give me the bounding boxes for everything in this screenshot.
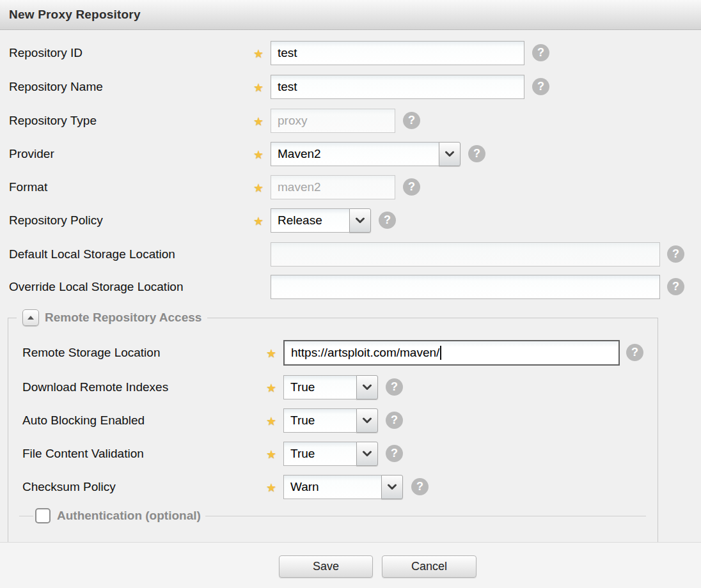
help-icon[interactable]: ? bbox=[386, 412, 403, 429]
required-star-icon: ★ bbox=[252, 175, 265, 199]
chevron-down-icon[interactable] bbox=[356, 408, 378, 433]
repository-type-input bbox=[271, 109, 395, 133]
collapse-icon bbox=[27, 315, 35, 320]
provider-select-value: Maven2 bbox=[271, 142, 439, 166]
collapse-remote-access-button[interactable] bbox=[22, 309, 39, 326]
field-label-download-indexes: Download Remote Indexes bbox=[22, 375, 168, 399]
repository-id-input[interactable] bbox=[271, 41, 524, 65]
chevron-down-icon[interactable] bbox=[356, 375, 378, 399]
help-icon[interactable]: ? bbox=[386, 378, 403, 396]
help-icon[interactable]: ? bbox=[411, 478, 429, 495]
chevron-down-icon[interactable] bbox=[439, 142, 461, 166]
repository-policy-select-value: Release bbox=[271, 208, 349, 233]
checksum-policy-select[interactable]: Warn bbox=[283, 475, 403, 499]
field-label-override-storage: Override Local Storage Location bbox=[9, 275, 184, 299]
field-label-format: Format bbox=[9, 175, 47, 199]
field-label-auto-blocking: Auto Blocking Enabled bbox=[22, 408, 145, 433]
field-label-remote-storage: Remote Storage Location bbox=[22, 341, 160, 365]
authentication-legend-text: Authentication (optional) bbox=[52, 509, 205, 523]
default-storage-input bbox=[271, 242, 660, 267]
chevron-down-icon[interactable] bbox=[349, 208, 371, 233]
required-star-icon: ★ bbox=[265, 442, 278, 466]
repository-policy-select[interactable]: Release bbox=[271, 208, 371, 233]
help-icon[interactable]: ? bbox=[386, 445, 403, 462]
cancel-button[interactable]: Cancel bbox=[382, 555, 477, 578]
help-icon[interactable]: ? bbox=[532, 78, 549, 95]
chevron-down-icon[interactable] bbox=[356, 442, 378, 466]
remote-storage-input-value: https://artsploit.com/maven/ bbox=[291, 346, 439, 360]
help-icon[interactable]: ? bbox=[626, 344, 643, 361]
auto-blocking-select-value: True bbox=[283, 408, 356, 433]
required-star-icon: ★ bbox=[265, 475, 278, 499]
override-storage-input[interactable] bbox=[271, 275, 660, 299]
remote-access-legend-text: Remote Repository Access bbox=[45, 311, 201, 325]
file-validation-select-value: True bbox=[283, 442, 356, 466]
footer-toolbar: Save Cancel bbox=[0, 542, 701, 588]
field-label-default-storage: Default Local Storage Location bbox=[9, 242, 175, 267]
field-label-checksum-policy: Checksum Policy bbox=[22, 475, 116, 499]
required-star-icon: ★ bbox=[252, 208, 265, 233]
field-label-repository-id: Repository ID bbox=[9, 41, 83, 65]
remote-storage-input[interactable]: https://artsploit.com/maven/ bbox=[283, 340, 620, 366]
remote-access-legend: Remote Repository Access bbox=[17, 308, 207, 327]
field-label-repository-name: Repository Name bbox=[9, 75, 103, 99]
required-star-icon: ★ bbox=[252, 142, 265, 166]
field-label-file-validation: File Content Validation bbox=[22, 442, 144, 466]
checksum-policy-select-value: Warn bbox=[283, 475, 381, 499]
required-star-icon: ★ bbox=[265, 341, 278, 365]
auto-blocking-select[interactable]: True bbox=[283, 408, 378, 433]
field-label-repository-policy: Repository Policy bbox=[9, 208, 103, 233]
help-icon[interactable]: ? bbox=[403, 112, 420, 129]
help-icon[interactable]: ? bbox=[468, 145, 485, 162]
authentication-fieldset-legend: Authentication (optional) bbox=[19, 507, 646, 524]
required-star-icon: ★ bbox=[252, 75, 265, 99]
panel-header: New Proxy Repository bbox=[0, 0, 701, 30]
help-icon[interactable]: ? bbox=[667, 278, 684, 295]
field-label-repository-type: Repository Type bbox=[9, 109, 97, 133]
repository-name-input[interactable] bbox=[271, 75, 524, 99]
help-icon[interactable]: ? bbox=[532, 44, 549, 61]
authentication-checkbox[interactable] bbox=[35, 508, 51, 523]
download-indexes-select[interactable]: True bbox=[283, 375, 378, 399]
download-indexes-select-value: True bbox=[283, 375, 356, 399]
help-icon[interactable]: ? bbox=[667, 245, 684, 263]
save-button[interactable]: Save bbox=[279, 555, 373, 578]
field-label-provider: Provider bbox=[9, 142, 54, 166]
page-title: New Proxy Repository bbox=[9, 8, 141, 22]
format-input bbox=[271, 175, 395, 199]
chevron-down-icon[interactable] bbox=[381, 475, 403, 499]
file-validation-select[interactable]: True bbox=[283, 442, 378, 466]
fieldset-line bbox=[205, 516, 646, 516]
required-star-icon: ★ bbox=[252, 109, 265, 133]
required-star-icon: ★ bbox=[252, 41, 265, 65]
provider-select[interactable]: Maven2 bbox=[271, 142, 461, 166]
fieldset-line bbox=[19, 516, 33, 516]
text-cursor bbox=[440, 346, 441, 360]
required-star-icon: ★ bbox=[265, 408, 278, 433]
help-icon[interactable]: ? bbox=[379, 212, 396, 229]
help-icon[interactable]: ? bbox=[403, 178, 420, 196]
required-star-icon: ★ bbox=[265, 375, 278, 399]
